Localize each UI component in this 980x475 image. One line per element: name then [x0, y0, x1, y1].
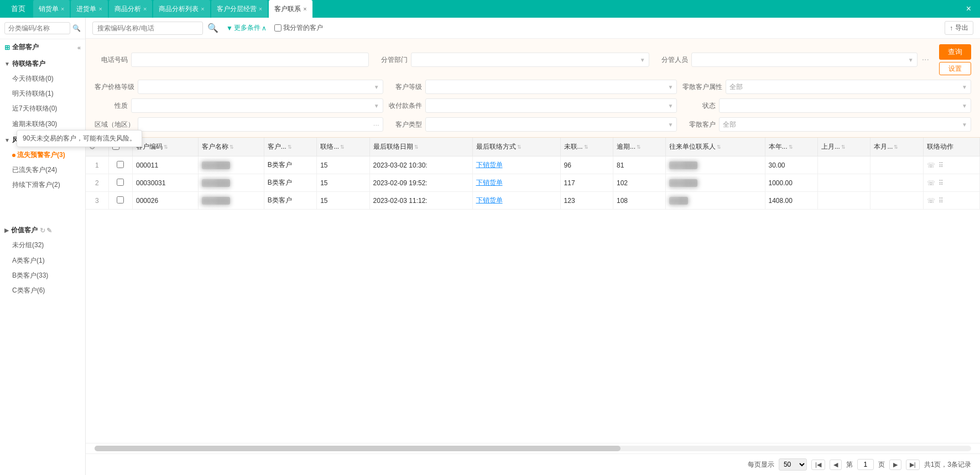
- tab-purchase-order[interactable]: 进货单 ×: [71, 0, 107, 18]
- query-button[interactable]: 查询: [939, 44, 971, 60]
- filter-status-select[interactable]: ▼: [719, 98, 971, 113]
- sidebar-item-churned[interactable]: 已流失客户(24): [0, 163, 85, 178]
- sidebar-search-input[interactable]: [4, 22, 70, 34]
- sidebar-item-ungrouped[interactable]: 未分组(32): [0, 238, 85, 253]
- close-purchase-order-tab[interactable]: ×: [98, 6, 102, 12]
- next-page-button[interactable]: ▶: [889, 460, 901, 470]
- tab-customer-contact[interactable]: 客户联系 ×: [269, 0, 312, 18]
- action-phone-icon-1[interactable]: ☏: [927, 161, 935, 169]
- tab-product-analysis-list[interactable]: 商品分析列表 ×: [153, 0, 210, 18]
- cell-last-method-3[interactable]: 下销货单: [472, 192, 560, 210]
- filter-zero-attr-select[interactable]: 全部 ▼: [726, 80, 971, 94]
- first-page-button[interactable]: |◀: [811, 460, 825, 470]
- action-more-icon-3[interactable]: ⠿: [939, 197, 943, 205]
- action-phone-icon-3[interactable]: ☏: [927, 197, 935, 205]
- close-product-analysis-list-tab[interactable]: ×: [201, 6, 204, 12]
- filter-nature: 性质 ▼: [95, 98, 383, 113]
- filter-price-grade-select[interactable]: ▼: [138, 80, 383, 94]
- sidebar-group-value-title[interactable]: ▶ 价值客户 ↻ ✎: [0, 223, 85, 238]
- sidebar-item-today[interactable]: 今天待联络(0): [0, 71, 85, 86]
- row-select-checkbox-3[interactable]: [117, 196, 124, 203]
- sidebar-group-pending-title[interactable]: ▼ 待联络客户: [0, 56, 85, 71]
- page-number-input[interactable]: [857, 459, 874, 470]
- tab-sales-order[interactable]: 销货单 ×: [33, 0, 70, 18]
- more-conditions-button[interactable]: ▼ 更多条件 ∧: [223, 22, 270, 34]
- sort-arrows-5[interactable]: ⇅: [414, 144, 419, 150]
- sort-arrows-9[interactable]: ⇅: [717, 144, 721, 150]
- close-customer-contact-tab[interactable]: ×: [303, 6, 306, 12]
- row-checkbox-1[interactable]: [108, 156, 133, 174]
- settings-button[interactable]: 设置: [939, 62, 971, 75]
- tab-product-analysis[interactable]: 商品分析 ×: [109, 0, 152, 18]
- last-page-button[interactable]: ▶|: [906, 460, 920, 470]
- cell-actions-1: ☏ ⠿: [923, 156, 979, 174]
- export-button[interactable]: ↑ 导出: [945, 21, 973, 35]
- collapse-sidebar-icon[interactable]: «: [77, 44, 81, 51]
- action-phone-icon-2[interactable]: ☏: [927, 179, 935, 187]
- sidebar-item-declining[interactable]: 持续下滑客户(2): [0, 178, 85, 192]
- row-select-checkbox-1[interactable]: [117, 161, 124, 168]
- search-button[interactable]: 🔍: [207, 23, 218, 33]
- sidebar-item-type-a[interactable]: A类客户(1): [0, 253, 85, 268]
- blurred-person-2: ██████: [669, 179, 697, 187]
- link-sales-1[interactable]: 下销货单: [476, 161, 503, 169]
- sort-arrows-11[interactable]: ⇅: [841, 144, 846, 150]
- cell-code-2: 00030031: [133, 174, 199, 192]
- sort-arrows-1[interactable]: ⇅: [164, 144, 168, 150]
- row-checkbox-2[interactable]: [108, 174, 133, 192]
- sort-arrows-4[interactable]: ⇅: [340, 144, 345, 150]
- my-customers-checkbox-label[interactable]: 我分管的客户: [274, 23, 323, 33]
- link-sales-2[interactable]: 下销货单: [476, 179, 503, 186]
- filter-customer-type-select[interactable]: ▼: [425, 117, 677, 132]
- sort-arrows-8[interactable]: ⇅: [637, 144, 641, 150]
- sidebar-all-customers[interactable]: ⊞ 全部客户 «: [0, 39, 85, 55]
- close-product-analysis-tab[interactable]: ×: [143, 6, 147, 12]
- filter-dept-select[interactable]: ▼: [411, 53, 649, 67]
- filter-more-btn1[interactable]: ···: [922, 55, 929, 65]
- my-customers-checkbox[interactable]: [274, 24, 282, 32]
- table-scrollbar[interactable]: [86, 443, 980, 453]
- sidebar-search-icon[interactable]: 🔍: [72, 24, 81, 32]
- sidebar-item-type-b[interactable]: B类客户(33): [0, 268, 85, 283]
- filter-grade-select[interactable]: ▼: [425, 80, 677, 94]
- sidebar-item-tomorrow[interactable]: 明天待联络(1): [0, 86, 85, 101]
- row-select-checkbox-2[interactable]: [117, 179, 124, 186]
- sort-arrows-7[interactable]: ⇅: [584, 144, 588, 150]
- link-sales-3[interactable]: 下销货单: [476, 196, 503, 204]
- filter-region-select[interactable]: ···: [138, 117, 383, 132]
- close-sales-order-tab[interactable]: ×: [61, 6, 64, 12]
- tab-customer-segmentation[interactable]: 客户分层经营 ×: [211, 0, 268, 18]
- filter-manager-select[interactable]: ▼: [691, 53, 918, 67]
- sort-arrows-10[interactable]: ⇅: [789, 144, 793, 150]
- filter-zero-customer-select[interactable]: 全部 ▼: [719, 117, 971, 132]
- filter-nature-select[interactable]: ▼: [131, 98, 383, 113]
- close-customer-seg-tab[interactable]: ×: [259, 6, 262, 12]
- filter-phone-input[interactable]: [131, 53, 369, 67]
- sort-arrows-2[interactable]: ⇅: [230, 144, 234, 150]
- sidebar-item-churn-warning[interactable]: 流失预警客户(3): [0, 148, 85, 163]
- sort-arrows-12[interactable]: ⇅: [894, 144, 898, 150]
- per-page-select[interactable]: 50 20 100: [779, 458, 807, 471]
- filter-payment-select[interactable]: ▼: [425, 98, 677, 113]
- value-group-refresh[interactable]: ↻: [40, 227, 45, 234]
- prev-page-button[interactable]: ◀: [830, 460, 842, 470]
- action-more-icon-2[interactable]: ⠿: [939, 179, 943, 187]
- column-this-year: 本年...⇅: [765, 138, 817, 156]
- value-group-edit[interactable]: ✎: [46, 227, 52, 234]
- row-checkbox-3[interactable]: [108, 192, 133, 210]
- sidebar-item-type-c[interactable]: C类客户(6): [0, 283, 85, 298]
- scroll-bar-thumb[interactable]: [95, 446, 621, 451]
- filter-more-btn2[interactable]: ···: [373, 121, 379, 129]
- action-more-icon-1[interactable]: ⠿: [939, 161, 943, 169]
- home-tab[interactable]: 首页: [4, 0, 32, 18]
- cell-last-method-1[interactable]: 下销货单: [472, 156, 560, 174]
- cell-last-method-2[interactable]: 下销货单: [472, 174, 560, 192]
- sidebar-item-7days[interactable]: 近7天待联络(0): [0, 101, 85, 116]
- search-input[interactable]: [92, 22, 203, 35]
- sort-arrows-6[interactable]: ⇅: [517, 144, 522, 150]
- cell-last-date-1: 2023-03-02 10:30:: [369, 156, 472, 174]
- sidebar-item-overdue[interactable]: 逾期未联络(30): [0, 117, 85, 132]
- window-close-button[interactable]: ×: [962, 4, 976, 14]
- sort-arrows-3[interactable]: ⇅: [288, 144, 292, 150]
- scroll-bar-container[interactable]: [95, 446, 971, 451]
